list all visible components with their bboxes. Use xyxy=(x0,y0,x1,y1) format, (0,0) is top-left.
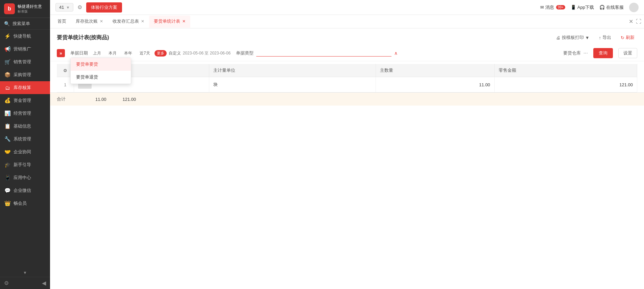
settings-icon[interactable]: ⚙ xyxy=(4,280,9,286)
sidebar-scroll-down[interactable]: ▼ xyxy=(0,269,50,277)
col-amount: 零售金额 xyxy=(494,64,637,77)
sidebar-item-sales[interactable]: 🛒销售管理 xyxy=(0,55,50,68)
sidebar-item-enterprise[interactable]: 🤝企业协同 xyxy=(0,146,50,158)
sidebar-item-quick-nav[interactable]: ⚡快捷导航 xyxy=(0,30,50,43)
date-cur-year[interactable]: 本年 xyxy=(121,49,135,57)
type-chevron-icon[interactable]: ∧ xyxy=(394,50,398,56)
online-service-btn[interactable]: 🎧 在线客服 xyxy=(599,4,624,10)
print-btn[interactable]: 🖨 按模板打印 ▼ xyxy=(553,33,592,42)
refresh-btn[interactable]: ↻ 刷新 xyxy=(618,33,637,42)
settings-button[interactable]: 设置 xyxy=(618,48,637,58)
nav-icon-wechat: 💬 xyxy=(4,187,11,194)
industry-button[interactable]: 体验行业方案 xyxy=(86,2,122,13)
table-container: ⚙ 商品 主计量单位 主数量 零售金额 1 xyxy=(50,64,644,92)
sidebar-item-purchase[interactable]: 📦采购管理 xyxy=(0,68,50,81)
type-filter-input[interactable] xyxy=(256,50,391,57)
topbar-gear-icon[interactable]: ⚙ xyxy=(77,4,82,10)
store-selector[interactable]: 41 ▼ xyxy=(55,3,73,12)
export-icon: ↑ xyxy=(599,35,601,40)
date-prev-month[interactable]: 上月 xyxy=(90,49,104,57)
service-icon: 🎧 xyxy=(599,5,605,10)
row-unit: 块 xyxy=(209,77,376,92)
tab-expand-icon[interactable]: ⛶ xyxy=(636,19,641,25)
date-cur-month[interactable]: 本月 xyxy=(105,49,120,57)
logo-sub: 标准版 xyxy=(18,9,42,14)
notification-btn[interactable]: ✉ 消息 99+ xyxy=(540,4,565,10)
nav-icon-quick-nav: ⚡ xyxy=(4,33,11,39)
tab-order-close[interactable]: ✕ xyxy=(182,19,186,24)
sidebar-item-finance[interactable]: 💰资金管理 xyxy=(0,94,50,107)
type-filter-label: 单据类型 xyxy=(236,50,254,56)
export-btn[interactable]: ↑ 导出 xyxy=(596,33,614,42)
type-filter-group: 单据类型 ∧ xyxy=(236,50,558,57)
table-footer: 合计 11.00 121.00 xyxy=(50,92,644,106)
nav-icon-enterprise: 🤝 xyxy=(4,149,11,155)
row-quantity: 11.00 xyxy=(376,77,495,92)
date-custom-btn[interactable]: 自定义 xyxy=(169,50,181,56)
footer-quantity: 11.00 xyxy=(82,97,106,102)
warehouse-filter-group: 要货仓库 ··· xyxy=(563,50,588,56)
sidebar-item-app-center[interactable]: 📱应用中心 xyxy=(0,171,50,184)
nav-label-inventory: 库存核算 xyxy=(14,85,31,91)
sidebar-item-inventory[interactable]: 🗂库存核算 xyxy=(0,81,50,94)
sidebar-item-marketing[interactable]: 📢营销推广 xyxy=(0,43,50,55)
date-more-btn[interactable]: 更多 xyxy=(154,50,167,57)
page-title: 要货单统计表(按商品) xyxy=(57,34,109,41)
tab-close-all-icon[interactable]: ✕ xyxy=(629,18,633,25)
sidebar-item-guide[interactable]: 🎓新手引导 xyxy=(0,158,50,171)
tab-recv-label: 收发存汇总表 xyxy=(113,18,139,24)
sidebar-item-basic-info[interactable]: 📋基础信息 xyxy=(0,120,50,133)
date-quick-btns: 上月 本月 本年 近7天 更多 xyxy=(90,49,167,57)
nav-label-marketing: 营销推广 xyxy=(14,46,31,52)
dropdown-item-return[interactable]: 要货单退货 xyxy=(71,71,131,84)
topbar-left: 41 ▼ ⚙ 体验行业方案 xyxy=(55,2,122,13)
collapse-icon[interactable]: ◀ xyxy=(42,280,46,286)
date-filter-label: 单据日期 xyxy=(70,50,88,56)
filter-expand-btn[interactable]: » xyxy=(57,49,65,57)
tab-batch-close[interactable]: ✕ xyxy=(100,19,103,24)
sidebar-item-operations[interactable]: 📊经营管理 xyxy=(0,107,50,120)
footer-amount-value: 121.00 xyxy=(123,97,136,102)
service-label: 在线客服 xyxy=(606,4,624,10)
page-header: 要货单统计表(按商品) 🖨 按模板打印 ▼ ↑ 导出 ↻ 刷新 xyxy=(50,28,644,45)
nav-icon-system: 🔧 xyxy=(4,136,11,142)
sidebar-item-wechat[interactable]: 💬企业微信 xyxy=(0,184,50,197)
app-icon: 📱 xyxy=(571,5,576,10)
tab-home[interactable]: 首页 xyxy=(53,16,71,28)
sidebar-item-vip[interactable]: 👑畅会员 xyxy=(0,197,50,210)
topbar-right: ✉ 消息 99+ 📱 App下载 🎧 在线客服 xyxy=(540,3,639,12)
col-quantity: 主数量 xyxy=(376,64,495,77)
print-label: 按模板打印 xyxy=(562,35,584,41)
warehouse-dots-icon[interactable]: ··· xyxy=(583,50,588,56)
nav-label-purchase: 采购管理 xyxy=(14,72,31,78)
search-menu[interactable]: 🔍 搜索菜单 xyxy=(0,18,50,30)
table-body: 1 块 11.00 121.00 xyxy=(57,77,637,92)
app-label: App下载 xyxy=(577,4,594,10)
dropdown-item-goods[interactable]: 要货单要货 xyxy=(71,58,131,71)
sidebar-footer: ⚙ ◀ xyxy=(0,277,50,289)
tab-recv-summary[interactable]: 收发存汇总表 ✕ xyxy=(108,16,149,28)
tab-recv-close[interactable]: ✕ xyxy=(141,19,144,24)
user-avatar[interactable] xyxy=(629,3,639,12)
logo-icon: b xyxy=(4,3,15,14)
warehouse-label: 要货仓库 xyxy=(563,50,581,56)
tab-order-stats[interactable]: 要货单统计表 ✕ xyxy=(149,16,190,28)
tab-batch-label: 库存批次账 xyxy=(76,18,98,24)
tab-batch-account[interactable]: 库存批次账 ✕ xyxy=(71,16,108,28)
nav-label-sales: 销售管理 xyxy=(14,59,31,65)
search-label: 搜索菜单 xyxy=(13,21,30,27)
nav-icon-guide: 🎓 xyxy=(4,162,11,168)
nav-icon-app-center: 📱 xyxy=(4,175,11,181)
nav-icon-inventory: 🗂 xyxy=(4,85,11,91)
app-download-btn[interactable]: 📱 App下载 xyxy=(571,4,594,10)
date-7d[interactable]: 近7天 xyxy=(137,49,153,57)
refresh-label: 刷新 xyxy=(626,35,635,41)
nav-label-app-center: 应用中心 xyxy=(14,175,31,181)
nav-label-quick-nav: 快捷导航 xyxy=(14,33,31,39)
query-button[interactable]: 查询 xyxy=(593,48,613,58)
tabbar: 首页 库存批次账 ✕ 收发存汇总表 ✕ 要货单统计表 ✕ ✕ ⛶ xyxy=(50,15,644,28)
sidebar-item-system[interactable]: 🔧系统管理 xyxy=(0,133,50,146)
footer-quantity-value: 11.00 xyxy=(95,97,106,102)
sidebar-logo: b 畅捷通好生意 标准版 xyxy=(0,0,50,18)
nav-icon-finance: 💰 xyxy=(4,97,11,104)
